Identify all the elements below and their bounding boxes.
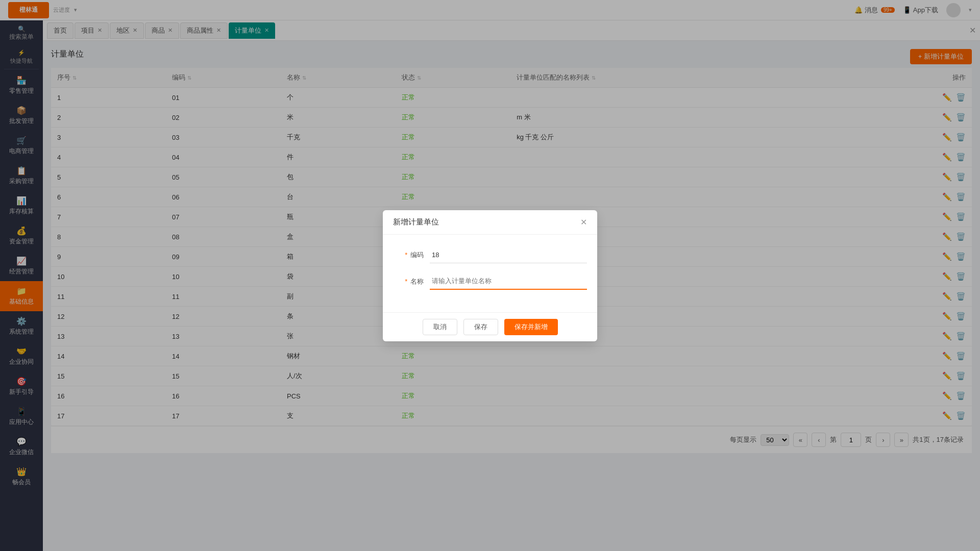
- name-label-text: 名称: [410, 278, 424, 285]
- modal-close-btn[interactable]: ✕: [580, 217, 587, 227]
- modal-overlay: 新增计量单位 ✕ * 编码 * 名称 取消 保存 保存并新增: [0, 0, 980, 551]
- modal-header: 新增计量单位 ✕: [383, 210, 597, 235]
- form-row-name: * 名称: [393, 273, 587, 290]
- modal-body: * 编码 * 名称: [383, 235, 597, 312]
- add-unit-modal: 新增计量单位 ✕ * 编码 * 名称 取消 保存 保存并新增: [383, 210, 597, 341]
- save-button[interactable]: 保存: [463, 319, 498, 335]
- form-row-code: * 编码: [393, 247, 587, 263]
- code-required-mark: *: [405, 251, 407, 259]
- modal-title: 新增计量单位: [393, 217, 439, 227]
- name-label: * 名称: [393, 277, 424, 286]
- cancel-button[interactable]: 取消: [423, 319, 457, 335]
- name-input[interactable]: [430, 273, 587, 290]
- code-label: * 编码: [393, 251, 424, 260]
- name-required-mark: *: [405, 278, 407, 285]
- code-input[interactable]: [430, 247, 587, 263]
- save-new-button[interactable]: 保存并新增: [504, 319, 558, 335]
- code-label-text: 编码: [410, 251, 424, 259]
- modal-footer: 取消 保存 保存并新增: [383, 312, 597, 341]
